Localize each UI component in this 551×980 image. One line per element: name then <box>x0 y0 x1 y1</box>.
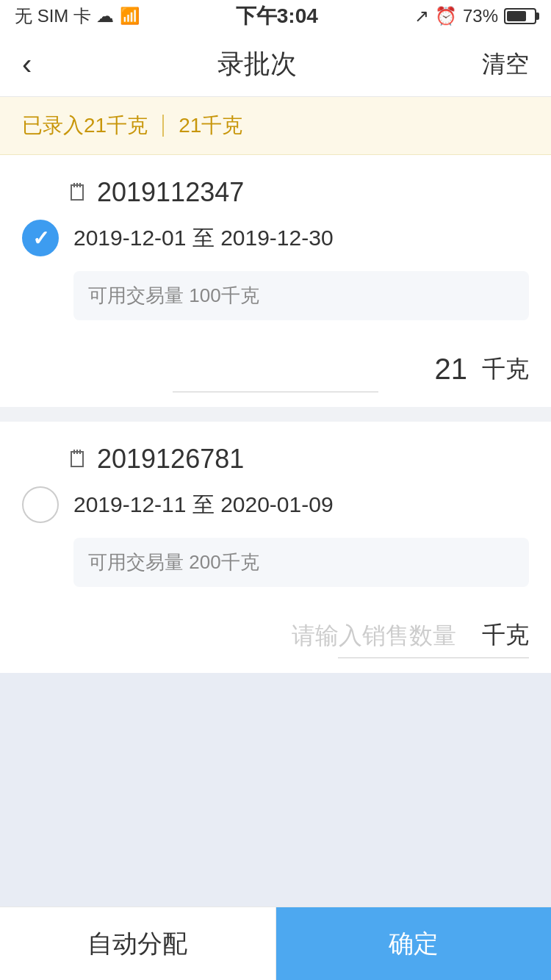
page-title: 录批次 <box>217 46 297 82</box>
batch2-input-underline <box>338 657 529 658</box>
batch2-date-row[interactable]: 2019-12-11 至 2020-01-09 <box>22 486 529 523</box>
footer: 自动分配 确定 <box>0 907 551 980</box>
batch2-card: 🗒 2019126781 2019-12-11 至 2020-01-09 可用交… <box>0 422 551 602</box>
batch2-quantity-input[interactable] <box>247 622 467 649</box>
status-right: ↗ ⏰ 73% <box>414 6 536 26</box>
batch1-card: 🗒 2019112347 2019-12-01 至 2019-12-30 可用交… <box>0 155 551 335</box>
nav-bar: ‹ 录批次 清空 <box>0 32 551 97</box>
alarm-icon: ⏰ <box>435 6 457 26</box>
batch2-id: 2019126781 <box>97 444 244 475</box>
batch1-header: 🗒 2019112347 <box>22 177 529 208</box>
status-time: 下午3:04 <box>236 2 318 30</box>
info-divider <box>162 115 164 137</box>
batch1-date: 2019-12-01 至 2019-12-30 <box>73 223 334 253</box>
clear-button[interactable]: 清空 <box>482 48 529 81</box>
back-button[interactable]: ‹ <box>22 48 32 81</box>
location-icon: ↗ <box>414 6 429 26</box>
batch1-amount-unit: 千克 <box>482 353 529 386</box>
batch1-id: 2019112347 <box>97 177 244 208</box>
confirm-button[interactable]: 确定 <box>276 907 552 980</box>
total-amount: 21千克 <box>179 112 242 140</box>
sim-label: 无 SIM 卡 ☁ <box>15 4 114 28</box>
batch2-unit: 千克 <box>482 619 529 652</box>
wifi-icon: 📶 <box>120 7 140 26</box>
battery-percent: 73% <box>463 6 498 26</box>
batch1-divider <box>173 392 378 392</box>
batch1-amount-value: 21 <box>435 353 468 386</box>
status-left: 无 SIM 卡 ☁ 📶 <box>15 4 140 28</box>
batch2-date: 2019-12-11 至 2020-01-09 <box>73 490 334 520</box>
recorded-amount: 已录入21千克 <box>22 112 148 140</box>
batch2-icon: 🗒 <box>66 446 90 473</box>
batch1-icon: 🗒 <box>66 179 90 206</box>
battery-icon <box>504 8 536 24</box>
batch2-header: 🗒 2019126781 <box>22 444 529 475</box>
auto-distribute-button[interactable]: 自动分配 <box>0 907 276 980</box>
section-separator <box>0 407 551 422</box>
batch2-available: 可用交易量 200千克 <box>73 538 529 587</box>
info-banner: 已录入21千克 21千克 <box>0 97 551 155</box>
batch1-date-row[interactable]: 2019-12-01 至 2019-12-30 <box>22 220 529 256</box>
status-bar: 无 SIM 卡 ☁ 📶 下午3:04 ↗ ⏰ 73% <box>0 0 551 32</box>
batch1-available: 可用交易量 100千克 <box>73 271 529 320</box>
batch2-radio[interactable] <box>22 486 59 523</box>
batch1-radio[interactable] <box>22 220 59 256</box>
